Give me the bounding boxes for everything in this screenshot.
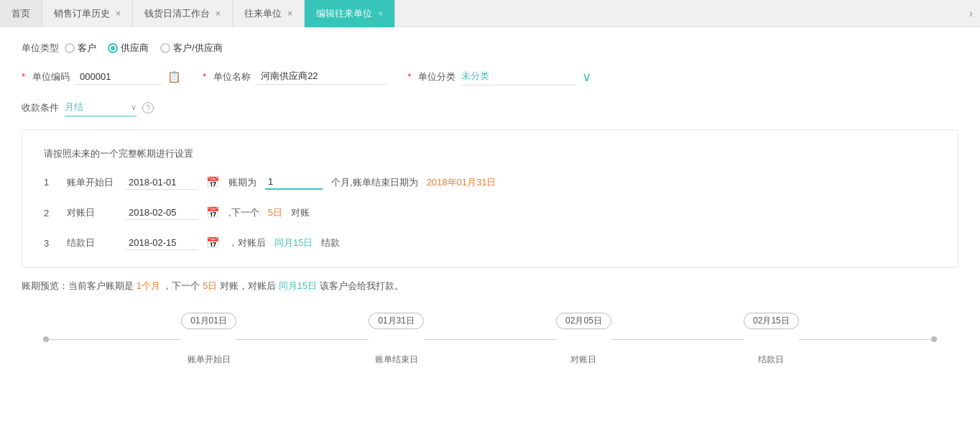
timeline-badge-1: 01月01日 [181, 313, 236, 329]
unit-category-arrow[interactable]: ∨ [582, 69, 591, 85]
period-suffix-3a: ，对账后 [228, 236, 266, 249]
radio-customer-circle [65, 43, 75, 53]
page-content: 单位类型 客户 供应商 客户/供应商 * 单位编码 [0, 27, 980, 437]
timeline-end-dot [931, 336, 937, 342]
preview-end: 该客户会给我打款。 [320, 280, 404, 291]
period-row-2: 2 对账日 📅 ,下一个 5日 对账 [44, 206, 936, 220]
timeline-seg-4 [799, 339, 931, 340]
tab-partner-label: 往来单位 [244, 7, 282, 20]
radio-customer-label: 客户 [78, 42, 96, 55]
payment-condition-chevron: ∨ [131, 103, 137, 112]
preview-1: 1个月 [137, 280, 160, 291]
preview-label: 账期预览：当前客户账期是 [22, 280, 134, 291]
payment-condition-value: 月结 [65, 101, 128, 114]
tab-partner[interactable]: 往来单位 × [233, 0, 305, 27]
tab-home-label: 首页 [11, 7, 30, 20]
radio-customer[interactable]: 客户 [65, 42, 96, 55]
period-label-3: 结款日 [67, 236, 117, 249]
period-num-3: 3 [44, 238, 58, 249]
period-row-1: 1 账单开始日 📅 账期为 个月,账单结束日期为 2018年01月31日 [44, 175, 936, 190]
timeline-seg-2 [424, 339, 556, 340]
timeline-start-dot [43, 336, 49, 342]
unit-name-required: * [203, 71, 206, 82]
timeline-node-2: 01月31日 账单结束日 [369, 313, 424, 366]
tab-cash-work[interactable]: 钱货日清工作台 × [133, 0, 233, 27]
payment-condition-help-icon[interactable]: ? [142, 102, 154, 114]
timeline-seg-1 [236, 339, 369, 340]
period-months-input[interactable] [265, 175, 323, 190]
payment-condition-select[interactable]: 月结 ∨ [65, 98, 137, 116]
unit-info-row: * 单位编码 📋 * 单位名称 * 单位分类 未分类 ∨ [22, 68, 958, 86]
timeline-label-4: 结款日 [758, 354, 784, 366]
unit-code-icon[interactable]: 📋 [167, 70, 181, 83]
tab-sales-history[interactable]: 销售订单历史 × [42, 0, 133, 27]
period-suffix-before-1: 账期为 [228, 176, 256, 189]
unit-code-group: * 单位编码 📋 [22, 69, 181, 85]
close-partner-icon[interactable]: × [287, 9, 292, 18]
timeline-label-3: 对账日 [570, 354, 596, 366]
period-end-date-1: 2018年01月31日 [427, 176, 496, 189]
unit-category-select[interactable]: 未分类 [461, 68, 576, 86]
payment-condition-row: 收款条件 月结 ∨ ? [22, 98, 958, 116]
period-suffix-1: 个月,账单结束日期为 [331, 176, 418, 189]
timeline-badge-3: 02月05日 [556, 313, 611, 329]
timeline-node-4: 02月15日 结款日 [744, 313, 799, 366]
period-label-2: 对账日 [67, 206, 117, 219]
unit-type-group: 单位类型 客户 供应商 客户/供应商 [22, 42, 223, 55]
radio-supplier-circle [108, 43, 118, 53]
tab-edit-partner[interactable]: 编辑往来单位 × [305, 0, 395, 27]
period-suffix-3b: 结款 [321, 236, 340, 249]
period-suffix-2a: ,下一个 [228, 206, 259, 219]
radio-both-label: 客户/供应商 [173, 42, 223, 55]
close-edit-partner-icon[interactable]: × [378, 9, 383, 18]
unit-name-input[interactable] [256, 69, 386, 85]
period-num-2: 2 [44, 208, 58, 218]
close-sales-history-icon[interactable]: × [116, 9, 121, 18]
unit-category-group: * 单位分类 未分类 ∨ [407, 68, 591, 86]
tab-sales-history-label: 销售订单历史 [54, 7, 110, 20]
period-row-3: 3 结款日 📅 ，对账后 同月15日 结款 [44, 236, 936, 250]
period-cal-2[interactable]: 📅 [206, 206, 220, 219]
tabs-more-arrow[interactable]: › [962, 7, 980, 20]
preview-mid: 对账，对账后 [220, 280, 276, 291]
unit-category-value: 未分类 [461, 70, 576, 83]
period-suffix-2b: 对账 [291, 206, 310, 219]
tab-edit-partner-label: 编辑往来单位 [316, 7, 372, 20]
period-date-1[interactable] [126, 175, 198, 190]
tab-home[interactable]: 首页 [0, 0, 42, 27]
payment-condition-group: 收款条件 月结 ∨ ? [22, 98, 154, 116]
period-highlight-3: 同月15日 [274, 236, 313, 249]
period-date-2[interactable] [126, 206, 198, 220]
preview-2: 5日 [203, 280, 217, 291]
timeline-badge-4: 02月15日 [744, 313, 799, 329]
unit-type-row: 单位类型 客户 供应商 客户/供应商 [22, 42, 958, 55]
unit-category-label: 单位分类 [418, 70, 456, 83]
radio-both[interactable]: 客户/供应商 [160, 42, 223, 55]
radio-supplier[interactable]: 供应商 [108, 42, 149, 55]
timeline: 01月01日 账单开始日 01月31日 账单结束日 02月05日 对账日 02月… [22, 307, 958, 366]
period-date-3[interactable] [126, 236, 198, 250]
unit-category-required: * [407, 71, 411, 82]
unit-type-radio-group: 客户 供应商 客户/供应商 [65, 42, 223, 55]
preview-text: 账期预览：当前客户账期是 1个月 ，下一个 5日 对账，对账后 同月15日 该客… [22, 280, 958, 293]
radio-supplier-label: 供应商 [121, 42, 149, 55]
period-cal-3[interactable]: 📅 [206, 236, 220, 249]
period-settings-box: 请按照未来的一个完整帐期进行设置 1 账单开始日 📅 账期为 个月,账单结束日期… [22, 129, 958, 268]
period-highlight-2: 5日 [268, 206, 282, 219]
preview-3: 同月15日 [279, 280, 317, 291]
period-num-1: 1 [44, 177, 58, 188]
payment-condition-label: 收款条件 [22, 101, 59, 114]
tabs-bar: 首页 销售订单历史 × 钱货日清工作台 × 往来单位 × 编辑往来单位 × › [0, 0, 980, 27]
unit-name-label: 单位名称 [213, 70, 251, 83]
timeline-seg-3 [611, 339, 744, 340]
period-label-1: 账单开始日 [67, 176, 117, 189]
unit-code-label: 单位编码 [32, 70, 70, 83]
unit-code-input[interactable] [75, 69, 162, 85]
close-cash-work-icon[interactable]: × [216, 9, 221, 18]
timeline-label-1: 账单开始日 [188, 354, 231, 366]
timeline-label-2: 账单结束日 [375, 354, 418, 366]
unit-name-group: * 单位名称 [203, 69, 386, 85]
timeline-seg-0 [49, 339, 181, 340]
preview-sep1: ，下一个 [162, 280, 200, 291]
period-cal-1[interactable]: 📅 [206, 176, 220, 189]
